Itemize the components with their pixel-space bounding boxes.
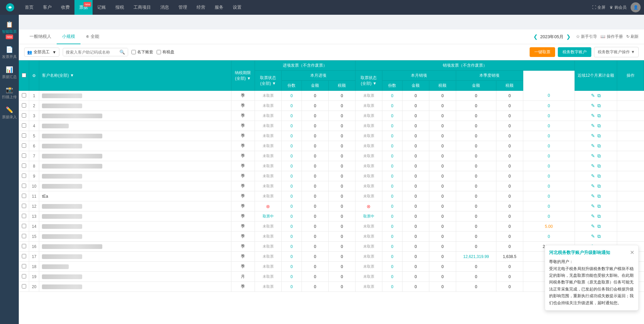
row-checkbox[interactable] bbox=[22, 93, 26, 98]
edit-icon[interactable]: ✎ bbox=[591, 173, 595, 179]
manual-button[interactable]: 📖 操作手册 bbox=[600, 34, 623, 40]
tab-all-capable[interactable]: ⊕ 全能 bbox=[80, 29, 105, 44]
digital-account-op-button[interactable]: 税务数字账户操作 ▼ bbox=[594, 47, 639, 57]
select-all-checkbox[interactable] bbox=[22, 73, 26, 77]
date-prev-button[interactable]: ❮ bbox=[533, 34, 538, 40]
refresh-button[interactable]: ↻ 刷新 bbox=[626, 34, 639, 40]
row-checkbox[interactable] bbox=[22, 113, 26, 118]
copy-icon[interactable]: ⧉ bbox=[597, 213, 601, 219]
copy-icon[interactable]: ⧉ bbox=[597, 123, 601, 128]
row-checkbox[interactable] bbox=[22, 133, 26, 138]
edit-icon[interactable]: ✎ bbox=[591, 213, 595, 219]
edit-icon[interactable]: ✎ bbox=[591, 103, 595, 108]
copy-icon[interactable]: ⧉ bbox=[597, 223, 601, 229]
one-click-ticket-button[interactable]: 一键取票 bbox=[530, 47, 555, 57]
copy-icon[interactable]: ⧉ bbox=[597, 113, 601, 118]
checkbox-account[interactable]: 名下账套 bbox=[131, 49, 153, 55]
notification-close-button[interactable]: ✕ bbox=[630, 249, 634, 256]
last12-value[interactable]: 0 bbox=[548, 114, 550, 118]
nav-operation[interactable]: 经营 bbox=[192, 0, 210, 15]
last12-value[interactable]: 0 bbox=[548, 134, 550, 138]
row-checkbox[interactable] bbox=[22, 204, 26, 208]
edit-icon[interactable]: ✎ bbox=[591, 183, 595, 189]
edit-icon[interactable]: ✎ bbox=[591, 113, 595, 118]
last12-value[interactable]: 0 bbox=[548, 234, 550, 239]
last12-value[interactable]: 0 bbox=[548, 174, 550, 179]
row-checkbox[interactable] bbox=[22, 164, 26, 168]
row-checkbox[interactable] bbox=[22, 284, 26, 288]
row-checkbox[interactable] bbox=[22, 143, 26, 148]
new-guide-button[interactable]: ☆ 新手引导 bbox=[576, 34, 597, 40]
nav-invoice[interactable]: 票据new bbox=[74, 0, 93, 15]
edit-icon[interactable]: ✎ bbox=[591, 163, 595, 169]
last12-value[interactable]: 0 bbox=[548, 214, 550, 219]
fullscreen-button[interactable]: ⛶ 全屏 bbox=[592, 5, 605, 10]
search-input[interactable] bbox=[63, 49, 117, 56]
edit-icon[interactable]: ✎ bbox=[591, 193, 595, 199]
nav-message[interactable]: 消息 bbox=[156, 0, 174, 15]
row-checkbox[interactable] bbox=[22, 153, 26, 158]
date-next-button[interactable]: ❯ bbox=[566, 34, 571, 40]
edit-icon[interactable]: ✎ bbox=[591, 123, 595, 128]
vip-button[interactable]: ♛ 购会员 bbox=[609, 5, 627, 10]
checkbox-tax-disk[interactable]: 有税盘 bbox=[157, 49, 174, 55]
nav-home[interactable]: 首页 bbox=[20, 0, 38, 15]
row-checkbox[interactable] bbox=[22, 244, 26, 248]
edit-icon[interactable]: ✎ bbox=[591, 93, 595, 98]
copy-icon[interactable]: ⧉ bbox=[597, 203, 601, 209]
row-checkbox[interactable] bbox=[22, 103, 26, 108]
last12-value[interactable]: 0 bbox=[548, 164, 550, 169]
nav-customer[interactable]: 客户 bbox=[38, 0, 56, 15]
checkbox-account-input[interactable] bbox=[131, 50, 136, 54]
last12-value[interactable]: 0 bbox=[548, 104, 550, 108]
checkbox-tax-disk-input[interactable] bbox=[157, 50, 161, 54]
row-checkbox[interactable] bbox=[22, 254, 26, 258]
nav-tax[interactable]: 报税 bbox=[111, 0, 129, 15]
row-checkbox[interactable] bbox=[22, 184, 26, 188]
last12-value[interactable]: 0 bbox=[548, 204, 550, 209]
copy-icon[interactable]: ⧉ bbox=[597, 153, 601, 158]
nav-accounting[interactable]: 记账 bbox=[93, 0, 111, 15]
edit-icon[interactable]: ✎ bbox=[591, 223, 595, 229]
last12-value[interactable]: 0 bbox=[548, 93, 550, 98]
sidebar-item-invoice-entry[interactable]: ✏️ 票据录入 bbox=[0, 103, 19, 123]
edit-icon[interactable]: ✎ bbox=[591, 203, 595, 209]
tab-small-scale[interactable]: 小规模 bbox=[57, 29, 80, 44]
sidebar-item-smart-ticket[interactable]: 📋 智能取票 new bbox=[0, 17, 19, 43]
copy-icon[interactable]: ⧉ bbox=[597, 93, 601, 98]
nav-service[interactable]: 服务 bbox=[210, 0, 228, 15]
copy-icon[interactable]: ⧉ bbox=[597, 193, 601, 199]
copy-icon[interactable]: ⧉ bbox=[597, 234, 601, 239]
row-checkbox[interactable] bbox=[22, 264, 26, 268]
copy-icon[interactable]: ⧉ bbox=[597, 133, 601, 138]
row-checkbox[interactable] bbox=[22, 194, 26, 198]
row-checkbox[interactable] bbox=[22, 214, 26, 218]
nav-settings[interactable]: 设置 bbox=[228, 0, 246, 15]
sidebar-item-scan-upload[interactable]: 📸 扫描上传 bbox=[0, 83, 19, 103]
row-checkbox[interactable] bbox=[22, 234, 26, 238]
edit-icon[interactable]: ✎ bbox=[591, 143, 595, 148]
row-checkbox[interactable] bbox=[22, 274, 26, 278]
sidebar-item-invoice-open[interactable]: 📄 发票开具 bbox=[0, 43, 19, 63]
digital-account-button[interactable]: 税务数字账户 bbox=[558, 47, 591, 57]
row-checkbox[interactable] bbox=[22, 174, 26, 178]
staff-select[interactable]: 👥 全部员工 ▼ bbox=[24, 48, 59, 57]
search-button[interactable]: 🔍 bbox=[117, 48, 128, 56]
nav-billing[interactable]: 收费 bbox=[56, 0, 74, 15]
last12-value[interactable]: 0 bbox=[548, 124, 550, 128]
last12-value[interactable]: 0 bbox=[548, 154, 550, 158]
avatar[interactable]: 👤 bbox=[631, 2, 641, 12]
copy-icon[interactable]: ⧉ bbox=[597, 163, 601, 169]
copy-icon[interactable]: ⧉ bbox=[597, 183, 601, 189]
last12-value[interactable]: 0 bbox=[548, 184, 550, 189]
copy-icon[interactable]: ⧉ bbox=[597, 143, 601, 148]
nav-business[interactable]: 工商项目 bbox=[129, 0, 156, 15]
tab-general-taxpayer[interactable]: 一般纳税人 bbox=[24, 29, 57, 44]
row-checkbox[interactable] bbox=[22, 224, 26, 228]
edit-icon[interactable]: ✎ bbox=[591, 234, 595, 239]
nav-manage[interactable]: 管理 bbox=[174, 0, 192, 15]
copy-icon[interactable]: ⧉ bbox=[597, 173, 601, 179]
sidebar-item-invoice-summary[interactable]: 📊 票据汇总 bbox=[0, 63, 19, 83]
edit-icon[interactable]: ✎ bbox=[591, 153, 595, 158]
row-checkbox[interactable] bbox=[22, 123, 26, 128]
